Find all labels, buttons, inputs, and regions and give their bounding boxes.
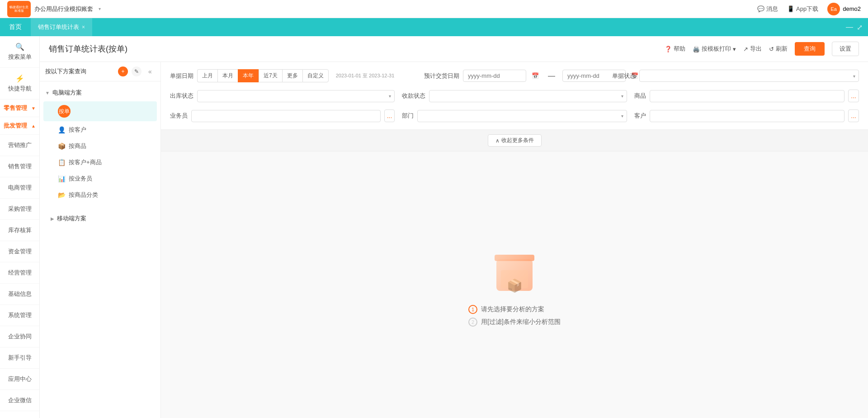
sidebar-item-system-mgmt[interactable]: 系统管理 bbox=[0, 305, 39, 326]
sidebar-item-ecommerce-mgmt[interactable]: 电商管理 bbox=[0, 177, 39, 199]
tab-minimize-icon[interactable]: — bbox=[846, 23, 853, 31]
sidebar-item-enterprise-wechat[interactable]: 企业微信 bbox=[0, 390, 39, 411]
user-area[interactable]: Ea demo2 bbox=[827, 3, 861, 15]
collapse-label: 收起更多条件 bbox=[501, 137, 534, 144]
date-btn-this-month[interactable]: 本月 bbox=[217, 69, 238, 82]
sidebar-item-new-guide[interactable]: 新手引导 bbox=[0, 347, 39, 369]
add-scheme-button[interactable]: + bbox=[118, 66, 128, 76]
filter-row-3: 业务员 ... 部门 ▾ bbox=[170, 109, 859, 122]
left-panel: 按以下方案查询 + ✎ « ▼ 电脑端方案 bbox=[40, 62, 161, 418]
query-button[interactable]: 查询 bbox=[795, 42, 825, 56]
app-download-action[interactable]: 📱 App下载 bbox=[787, 5, 818, 13]
mobile-scheme-group: ▶ 移动端方案 bbox=[40, 207, 160, 230]
sidebar-label-enterprise-wechat: 企业微信 bbox=[8, 396, 32, 404]
collapse-more-button[interactable]: ∧ 收起更多条件 bbox=[488, 134, 542, 147]
sidebar-item-retail-mgmt[interactable]: 零售管理 ▼ bbox=[0, 100, 39, 117]
tab-home[interactable]: 首页 bbox=[0, 18, 31, 36]
desktop-group-header[interactable]: ▼ 电脑端方案 bbox=[40, 85, 160, 100]
product-ellipsis-button[interactable]: ... bbox=[848, 90, 859, 102]
sidebar-item-enterprise-collab[interactable]: 企业协同 bbox=[0, 326, 39, 347]
sidebar-label-system-mgmt: 系统管理 bbox=[8, 311, 32, 319]
settings-button[interactable]: 设置 bbox=[832, 42, 859, 56]
customer-ellipsis-button[interactable]: ... bbox=[848, 109, 859, 122]
expected-delivery-label: 预计交货日期 bbox=[424, 72, 459, 80]
sidebar-item-marketing[interactable]: 营销推广 bbox=[0, 135, 39, 156]
sidebar-label-finance-mgmt: 资金管理 bbox=[8, 247, 32, 256]
sidebar-item-quick-nav[interactable]: ⚡ 快捷导航 bbox=[0, 68, 39, 100]
filter-delivery-status-block: 出库状态 ▾ bbox=[170, 90, 395, 102]
sidebar-item-member[interactable]: 畅会员 bbox=[0, 411, 39, 418]
filter-row-1: 单据日期 上月 本月 本年 近7天 更多 自定义 2023-01-01 至 20… bbox=[170, 69, 859, 82]
by-customer-product-icon: 📋 bbox=[58, 159, 65, 166]
date-btn-last-7-days[interactable]: 近7天 bbox=[259, 69, 282, 82]
delivery-status-select[interactable] bbox=[197, 90, 395, 102]
tab-expand-icon[interactable]: ⤢ bbox=[857, 23, 863, 32]
scheme-item-by-customer-product[interactable]: 📋 按客户+商品 bbox=[43, 155, 157, 170]
desktop-group-label: 电脑端方案 bbox=[52, 89, 82, 97]
messages-action[interactable]: 💬 消息 bbox=[757, 5, 778, 13]
collapse-panel-button[interactable]: « bbox=[145, 66, 155, 76]
sidebar-item-wholesale-mgmt[interactable]: 批发管理 ▲ bbox=[0, 117, 39, 135]
sidebar-label-inventory: 库存核算 bbox=[8, 226, 32, 234]
filter-section: 单据日期 上月 本月 本年 近7天 更多 自定义 2023-01-01 至 20… bbox=[161, 62, 868, 130]
scheme-item-by-customer[interactable]: 👤 按客户 bbox=[43, 122, 157, 138]
scheme-item-by-product[interactable]: 📦 按商品 bbox=[43, 138, 157, 154]
export-action[interactable]: ↗ 导出 bbox=[743, 45, 762, 53]
customer-input[interactable] bbox=[650, 110, 845, 122]
export-label: 导出 bbox=[750, 45, 762, 53]
scheme-item-by-product-category[interactable]: 📂 按商品分类 bbox=[43, 187, 157, 203]
app-dropdown-icon[interactable]: ▾ bbox=[99, 6, 101, 11]
order-status-label: 单据状态 bbox=[612, 72, 636, 80]
date-btn-more[interactable]: 更多 bbox=[282, 69, 302, 82]
template-print-dropdown[interactable]: ▾ bbox=[733, 46, 736, 52]
scheme-item-by-customer-product-label: 按客户+商品 bbox=[69, 158, 102, 166]
expected-delivery-start[interactable] bbox=[463, 70, 526, 82]
logo-text: 畅捷通好生意 bbox=[9, 5, 28, 9]
empty-box-lid bbox=[495, 255, 534, 261]
mobile-group-header[interactable]: ▶ 移动端方案 bbox=[40, 211, 160, 226]
by-product-category-icon: 📂 bbox=[58, 191, 65, 199]
sidebar-item-search-menu[interactable]: 🔍 搜索菜单 bbox=[0, 36, 39, 68]
department-select[interactable] bbox=[417, 110, 627, 122]
sidebar-item-operations-mgmt[interactable]: 经营管理 bbox=[0, 262, 39, 284]
sidebar-item-inventory[interactable]: 库存核算 bbox=[0, 220, 39, 241]
date-btn-custom[interactable]: 自定义 bbox=[302, 69, 329, 82]
retail-mgmt-label: 零售管理 bbox=[4, 104, 27, 112]
edit-scheme-button[interactable]: ✎ bbox=[132, 66, 142, 76]
empty-state: 📦 1 请先选择要分析的方案 2 用[过滤]条件来缩小分析范围 bbox=[161, 152, 868, 418]
payment-status-label: 收款状态 bbox=[402, 92, 425, 100]
filter-order-status-block: 单据状态 ▾ bbox=[612, 70, 859, 82]
sidebar-item-app-center[interactable]: 应用中心 bbox=[0, 369, 39, 390]
panel-header: 按以下方案查询 + ✎ « bbox=[40, 62, 160, 81]
template-print-action[interactable]: 🖨️ 按模板打印 ▾ bbox=[693, 45, 736, 53]
refresh-action[interactable]: ↺ 刷新 bbox=[769, 45, 788, 53]
empty-box-icon: 📦 bbox=[507, 278, 523, 293]
sidebar-item-basic-info[interactable]: 基础信息 bbox=[0, 284, 39, 305]
order-status-select[interactable] bbox=[639, 70, 859, 82]
date-range-separator: — bbox=[544, 72, 559, 80]
date-btn-last-month[interactable]: 上月 bbox=[197, 69, 217, 82]
calendar-start-icon[interactable]: 📅 bbox=[532, 72, 539, 79]
empty-illustration: 📦 bbox=[487, 243, 542, 298]
avatar: Ea bbox=[827, 3, 840, 15]
scheme-item-by-salesperson[interactable]: 📊 按业务员 bbox=[43, 171, 157, 186]
help-action[interactable]: ❓ 帮助 bbox=[665, 45, 685, 53]
sidebar-item-sales-mgmt[interactable]: 销售管理 bbox=[0, 156, 39, 177]
date-btn-this-year[interactable]: 本年 bbox=[238, 69, 259, 82]
sidebar-item-purchase-mgmt[interactable]: 采购管理 bbox=[0, 199, 39, 220]
scheme-item-by-order[interactable]: 按单 bbox=[43, 101, 157, 121]
tab-sales-order-stat[interactable]: 销售订单统计表 × bbox=[31, 18, 92, 36]
salesperson-ellipsis-button[interactable]: ... bbox=[384, 109, 395, 122]
empty-hint-1: 1 请先选择要分析的方案 bbox=[468, 305, 561, 314]
product-input[interactable] bbox=[650, 90, 845, 102]
messages-label: 消息 bbox=[766, 5, 778, 13]
salesperson-input[interactable] bbox=[191, 110, 381, 122]
page-header: 销售订单统计表(按单) ❓ 帮助 🖨️ 按模板打印 ▾ ↗ 导出 ↺ 刷新 bbox=[40, 36, 868, 62]
sidebar-item-finance-mgmt[interactable]: 资金管理 bbox=[0, 241, 39, 262]
filter-customer-block: 客户 ... bbox=[634, 109, 859, 122]
logo: 畅捷通好生意 标准版 bbox=[7, 1, 31, 17]
payment-status-select[interactable] bbox=[429, 90, 627, 102]
hint-2-text: 用[过滤]条件来缩小分析范围 bbox=[481, 318, 561, 326]
two-panel: 按以下方案查询 + ✎ « ▼ 电脑端方案 bbox=[40, 62, 868, 418]
tab-close-icon[interactable]: × bbox=[82, 24, 85, 30]
